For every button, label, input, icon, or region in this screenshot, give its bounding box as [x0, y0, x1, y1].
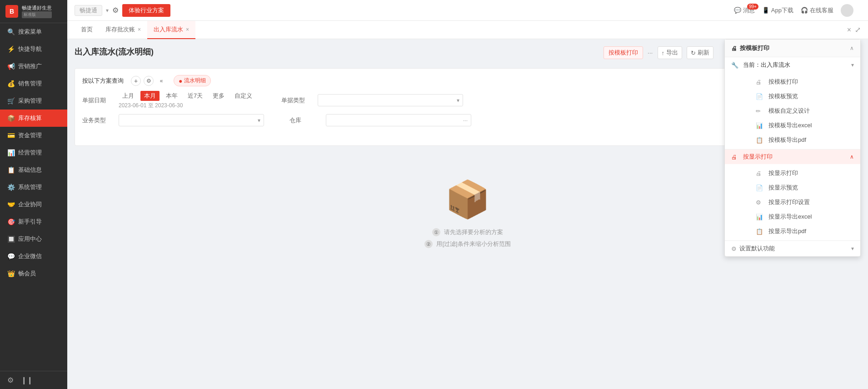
sidebar-item-operations[interactable]: 📊 经营管理 [0, 144, 67, 161]
display-export-excel-item[interactable]: 📊 按显示导出excel [740, 209, 860, 224]
content-area: 首页 库存批次账 × 出入库流水 × × ⤢ 出入库流水(流水明细) 按模板打印 [67, 21, 868, 389]
trial-button[interactable]: 体验行业方案 [122, 4, 170, 17]
display-export-excel-icon: 📊 [756, 214, 765, 220]
menu-toggle-icon[interactable]: ❙❙ [21, 376, 33, 384]
date-tabs: 上月 本月 本年 近7天 更多 自定义 [119, 91, 256, 101]
template-export-pdf-item[interactable]: 📋 按模板导出pdf [740, 133, 860, 147]
avatar[interactable] [841, 4, 853, 17]
date-tab-current-year[interactable]: 本年 [162, 91, 181, 101]
filter-settings-button[interactable]: ⚙ [144, 76, 154, 86]
date-tab-last-7days[interactable]: 近7天 [184, 91, 206, 101]
voucher-type-select[interactable] [318, 94, 463, 106]
app-download-button[interactable]: 📱 App下载 [762, 6, 793, 15]
basics-icon: 📋 [7, 166, 15, 174]
template-section-header[interactable]: 🔧 当前：出入库流水 ▾ [725, 57, 860, 73]
sidebar-item-label: 基础信息 [18, 166, 42, 174]
empty-step-1: ① 请先选择要分析的方案 [432, 228, 503, 236]
settings-icon[interactable]: ⚙ [7, 376, 14, 384]
sidebar-item-basics[interactable]: 📋 基础信息 [0, 161, 67, 179]
more-dots-icon[interactable]: ··· [648, 49, 653, 56]
print-dropdown-title-icon: 🖨 [731, 45, 737, 52]
operations-icon: 📊 [7, 149, 15, 156]
tab-expand-icon[interactable]: ⤢ [855, 25, 861, 34]
tab-batch-account[interactable]: 库存批次账 × [99, 21, 147, 39]
display-print-item[interactable]: 🖨 按显示打印 [740, 166, 860, 180]
date-picker: 上月 本月 本年 近7天 更多 自定义 2023-06-01 至 2023-06… [119, 91, 256, 110]
filter-add-button[interactable]: + [131, 76, 141, 86]
sidebar-item-wechat[interactable]: 💬 企业微信 [0, 248, 67, 265]
tab-flow[interactable]: 出入库流水 × [147, 21, 195, 39]
sidebar-item-cooperation[interactable]: 🤝 企业协同 [0, 196, 67, 213]
print-dropdown-header-actions: ∧ [850, 45, 854, 51]
tabs-bar: 首页 库存批次账 × 出入库流水 × × ⤢ [67, 21, 868, 39]
display-print-icon: 🖨 [756, 170, 765, 177]
sidebar-item-search[interactable]: 🔍 搜索菜单 [0, 23, 67, 40]
tab-batch-account-label: 库存批次账 [105, 25, 135, 34]
display-subsection: 🖨 按显示打印 📄 按显示预览 ⚙ 按显示打印设置 [725, 164, 860, 240]
warehouse-more-icon[interactable]: ··· [463, 117, 468, 124]
settings-icon: ⚙ [146, 78, 151, 84]
refresh-button[interactable]: ↻ 刷新 [687, 46, 713, 59]
cooperation-icon: 🤝 [7, 201, 15, 208]
template-export-excel-item[interactable]: 📊 按模板导出excel [740, 118, 860, 133]
print-btn-label[interactable]: 按模板打印 [604, 46, 643, 59]
date-range-text: 2023-06-01 至 2023-06-30 [119, 102, 256, 110]
sidebar-item-inventory[interactable]: 📦 库存核算 [0, 110, 67, 127]
topbar-gear-icon[interactable]: ⚙ [112, 6, 119, 15]
sidebar-item-member[interactable]: 👑 畅会员 [0, 265, 67, 282]
customer-service-button[interactable]: 🎧 在线客服 [801, 6, 833, 15]
sidebar-item-guide[interactable]: 🎯 新手引导 [0, 213, 67, 230]
display-export-pdf-item[interactable]: 📋 按显示导出pdf [740, 224, 860, 239]
template-export-pdf-icon: 📋 [756, 137, 765, 144]
sidebar-item-label: 新手引导 [18, 218, 42, 226]
print-dropdown-chevron-icon[interactable]: ∧ [850, 45, 854, 51]
sidebar-bottom: ⚙ ❙❙ [0, 371, 67, 389]
toolbar: 按模板打印 按模板打印 ··· ↑ 导出 ↻ 刷新 [604, 46, 713, 59]
warehouse-select[interactable] [326, 114, 471, 126]
biz-type-select[interactable] [119, 114, 264, 126]
breadcrumb[interactable]: 畅捷通 [75, 5, 102, 16]
export-button[interactable]: ↑ 导出 [658, 46, 683, 59]
filter-collapse-button[interactable]: « [156, 76, 166, 86]
sidebar-item-apps[interactable]: 🔲 应用中心 [0, 230, 67, 248]
template-custom-item[interactable]: ✏ 模板自定义设计 [740, 104, 860, 118]
sidebar-item-label: 营销推广 [18, 62, 42, 70]
sidebar-item-sales[interactable]: 💰 销售管理 [0, 75, 67, 92]
template-preview-icon: 📄 [756, 93, 765, 100]
guide-icon: 🎯 [7, 218, 15, 225]
sidebar-item-finance[interactable]: 💳 资金管理 [0, 127, 67, 144]
display-section-header[interactable]: 🖨 按显示打印 ∧ [725, 150, 860, 164]
messages-button[interactable]: 💬 消息 99+ [734, 6, 755, 15]
date-tab-more[interactable]: 更多 [209, 91, 228, 101]
sidebar-item-system[interactable]: ⚙️ 系统管理 [0, 179, 67, 196]
collapse-icon: « [160, 78, 163, 84]
messages-badge: 99+ [747, 4, 758, 10]
template-print-section: 🔧 当前：出入库流水 ▾ 🖨 按模板打印 📄 按模板预览 [725, 57, 860, 150]
template-print-item[interactable]: 🖨 按模板打印 [740, 75, 860, 89]
filter-prefix-label: 按以下方案查询 [82, 77, 124, 85]
sidebar-nav: 🔍 搜索菜单 ⚡ 快捷导航 📢 营销推广 💰 销售管理 🛒 采购管理 📦 库存核… [0, 23, 67, 371]
logo-badge: 标准版 [22, 11, 52, 18]
date-tab-custom[interactable]: 自定义 [231, 91, 256, 101]
tab-flow-close[interactable]: × [186, 26, 189, 33]
sidebar-item-purchase[interactable]: 🛒 采购管理 [0, 92, 67, 110]
wechat-icon: 💬 [7, 253, 15, 260]
display-preview-item[interactable]: 📄 按显示预览 [740, 180, 860, 195]
sidebar-item-marketing[interactable]: 📢 营销推广 [0, 58, 67, 75]
display-section-title: 按显示打印 [743, 153, 850, 161]
tab-batch-account-close[interactable]: × [138, 26, 141, 33]
messages-icon: 💬 [734, 7, 741, 14]
tab-close-icon[interactable]: × [847, 26, 851, 34]
display-section-icon: 🖨 [731, 154, 740, 160]
sidebar-item-quick-nav[interactable]: ⚡ 快捷导航 [0, 40, 67, 58]
display-print-settings-item[interactable]: ⚙ 按显示打印设置 [740, 195, 860, 209]
sidebar-item-label: 企业协同 [18, 200, 42, 209]
print-footer-settings[interactable]: ⚙ 设置默认功能 ▾ [725, 241, 860, 256]
filter-tag[interactable]: ● 流水明细 [174, 75, 211, 86]
date-tab-last-month[interactable]: 上月 [119, 91, 138, 101]
sidebar-item-label: 经营管理 [18, 149, 42, 157]
tab-home[interactable]: 首页 [75, 21, 99, 39]
biz-type-label: 业务类型 [82, 116, 111, 125]
template-preview-item[interactable]: 📄 按模板预览 [740, 89, 860, 104]
date-tab-current-month[interactable]: 本月 [140, 91, 160, 101]
